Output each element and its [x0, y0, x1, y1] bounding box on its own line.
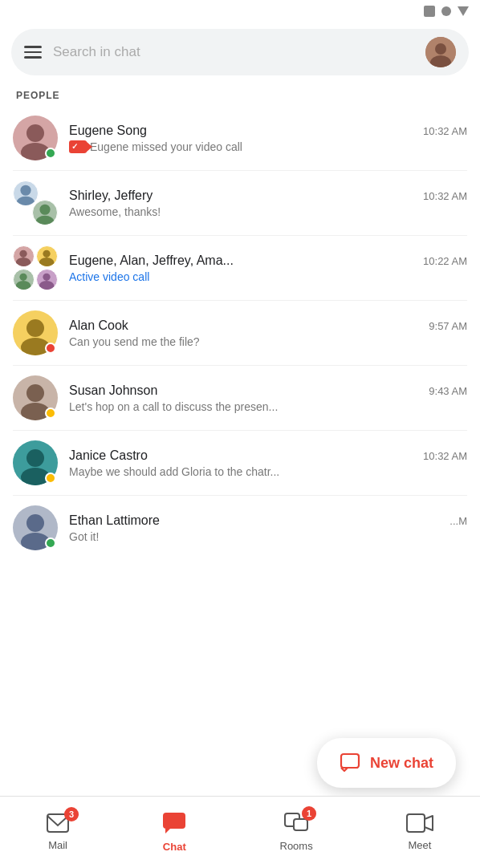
svg-point-13 [19, 274, 26, 281]
user-avatar[interactable] [425, 37, 456, 67]
avatar [13, 505, 58, 550]
status-away-dot [45, 473, 56, 484]
section-label-people: PEOPLE [0, 82, 480, 106]
list-item[interactable]: Alan Cook 9:57 AM Can you send me the fi… [0, 301, 480, 365]
svg-point-8 [36, 216, 55, 225]
search-placeholder: Search in chat [53, 44, 414, 60]
svg-point-17 [26, 319, 44, 337]
status-online-dot [45, 537, 56, 549]
signal-icon [441, 6, 451, 16]
svg-point-16 [39, 281, 55, 290]
status-away-dot [45, 408, 56, 419]
list-item[interactable]: Ethan Lattimore ...M Got it! [0, 496, 480, 560]
person-time: 10:32 AM [423, 190, 467, 202]
svg-rect-29 [294, 819, 307, 830]
person-message: Active video call [69, 270, 467, 283]
svg-rect-30 [407, 814, 425, 832]
person-name: Eugene, Alan, Jeffrey, Ama... [69, 254, 234, 268]
nav-item-rooms[interactable]: 1 Rooms [264, 806, 329, 858]
svg-point-7 [39, 205, 50, 215]
svg-point-14 [16, 281, 31, 290]
bottom-navigation: 3 Mail Chat 1 Rooms [0, 796, 480, 868]
svg-point-21 [26, 449, 44, 467]
person-name: Ethan Lattimore [69, 513, 160, 528]
nav-item-mail[interactable]: 3 Mail [31, 807, 85, 858]
status-bar [0, 0, 480, 22]
avatar [13, 310, 58, 355]
person-info: Eugene, Alan, Jeffrey, Ama... 10:22 AM A… [69, 254, 467, 283]
person-info: Shirley, Jeffery 10:32 AM Awesome, thank… [69, 189, 467, 218]
new-chat-icon [340, 752, 360, 773]
person-info: Janice Castro 10:32 AM Maybe we should a… [69, 448, 467, 478]
new-chat-button[interactable]: New chat [317, 738, 456, 788]
person-time: ...M [449, 515, 467, 527]
person-name: Eugene Song [69, 124, 147, 138]
list-item[interactable]: Eugene Song 10:32 AM ✓ Eugene missed you… [0, 106, 480, 170]
svg-point-10 [16, 258, 31, 266]
person-name: Alan Cook [69, 318, 128, 333]
svg-rect-27 [163, 813, 185, 829]
person-message: Let's hop on a call to discuss the prese… [69, 400, 467, 413]
person-time: 9:43 AM [429, 385, 467, 397]
person-time: 10:22 AM [423, 255, 467, 267]
meet-icon [406, 813, 433, 836]
avatar [13, 440, 58, 485]
svg-point-12 [39, 258, 55, 266]
person-info: Ethan Lattimore ...M Got it! [69, 513, 467, 543]
missed-video-indicator: ✓ [69, 140, 87, 153]
person-message: Got it! [69, 530, 467, 543]
rooms-icon: 1 [284, 813, 308, 837]
person-message: Maybe we should add Gloria to the chatr.… [69, 465, 467, 478]
avatar [13, 245, 58, 290]
svg-point-3 [26, 124, 44, 142]
person-message: Awesome, thanks! [69, 205, 467, 218]
person-message: Can you send me the file? [69, 335, 467, 348]
list-item[interactable]: Susan Johnson 9:43 AM Let's hop on a cal… [0, 366, 480, 430]
person-info: Alan Cook 9:57 AM Can you send me the fi… [69, 318, 467, 348]
svg-point-15 [43, 274, 50, 281]
rooms-nav-label: Rooms [280, 840, 313, 852]
svg-point-5 [20, 185, 31, 196]
person-info: Susan Johnson 9:43 AM Let's hop on a cal… [69, 383, 467, 413]
avatar [13, 375, 58, 420]
nav-item-chat[interactable]: Chat [146, 805, 202, 859]
person-name: Shirley, Jeffery [69, 189, 153, 203]
list-item[interactable]: Eugene, Alan, Jeffrey, Ama... 10:22 AM A… [0, 236, 480, 300]
person-message: ✓ Eugene missed your video call [69, 140, 467, 153]
chat-icon [162, 812, 186, 838]
mail-icon: 3 [47, 813, 69, 836]
list-item[interactable]: Janice Castro 10:32 AM Maybe we should a… [0, 431, 480, 495]
svg-point-9 [19, 250, 26, 258]
avatar [13, 116, 58, 160]
svg-point-6 [17, 197, 35, 205]
person-info: Eugene Song 10:32 AM ✓ Eugene missed you… [69, 124, 467, 153]
search-bar[interactable]: Search in chat [11, 29, 469, 75]
wifi-icon [458, 6, 469, 16]
avatar [13, 180, 58, 225]
mail-nav-label: Mail [48, 839, 67, 851]
meet-nav-label: Meet [408, 839, 431, 851]
person-name: Susan Johnson [69, 383, 157, 398]
svg-rect-25 [341, 754, 359, 768]
mail-badge: 3 [64, 807, 79, 821]
new-chat-label: New chat [370, 755, 433, 772]
status-busy-dot [45, 343, 56, 354]
chat-nav-label: Chat [163, 841, 186, 853]
person-time: 9:57 AM [429, 320, 467, 332]
hamburger-icon[interactable] [24, 46, 42, 59]
svg-point-19 [26, 384, 44, 402]
status-online-dot [45, 148, 56, 159]
list-item[interactable]: Shirley, Jeffery 10:32 AM Awesome, thank… [0, 171, 480, 235]
battery-icon [424, 6, 435, 17]
svg-point-1 [435, 43, 446, 55]
rooms-badge: 1 [302, 806, 316, 821]
svg-point-23 [26, 514, 44, 532]
person-time: 10:32 AM [423, 125, 467, 137]
svg-point-11 [43, 250, 50, 258]
person-time: 10:32 AM [423, 450, 467, 462]
people-list: Eugene Song 10:32 AM ✓ Eugene missed you… [0, 106, 480, 560]
person-name: Janice Castro [69, 448, 148, 463]
nav-item-meet[interactable]: Meet [390, 807, 449, 858]
